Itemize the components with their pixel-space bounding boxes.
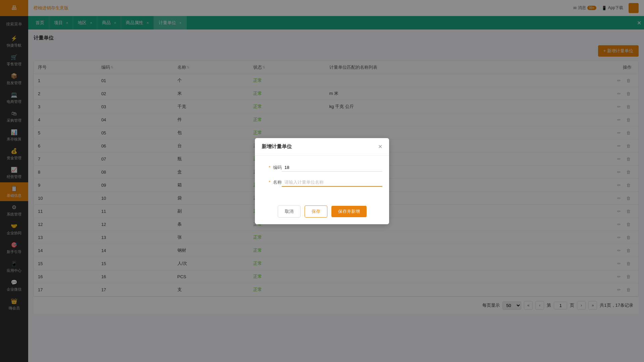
modal-body: * 编码 * 名称 xyxy=(255,156,389,201)
code-input[interactable] xyxy=(282,164,382,172)
code-required-mark: * xyxy=(269,165,270,170)
save-and-new-button[interactable]: 保存并新增 xyxy=(331,206,367,217)
modal-close-button[interactable]: ✕ xyxy=(378,143,382,150)
name-field-row: * 名称 xyxy=(262,178,382,187)
name-input[interactable] xyxy=(282,178,382,187)
cancel-button[interactable]: 取消 xyxy=(278,205,301,218)
modal-title: 新增计量单位 xyxy=(262,143,292,150)
name-label: * 名称 xyxy=(262,179,282,185)
code-field-row: * 编码 xyxy=(262,164,382,172)
code-label: * 编码 xyxy=(262,165,282,171)
modal-footer: 取消 保存 保存并新增 xyxy=(255,201,389,224)
modal-overlay[interactable]: 新增计量单位 ✕ * 编码 * 名称 取消 保存 保存并新增 xyxy=(0,0,644,362)
save-button[interactable]: 保存 xyxy=(305,205,327,218)
name-required-mark: * xyxy=(269,180,270,185)
modal-header: 新增计量单位 ✕ xyxy=(255,138,389,156)
add-unit-modal: 新增计量单位 ✕ * 编码 * 名称 取消 保存 保存并新增 xyxy=(255,138,389,224)
